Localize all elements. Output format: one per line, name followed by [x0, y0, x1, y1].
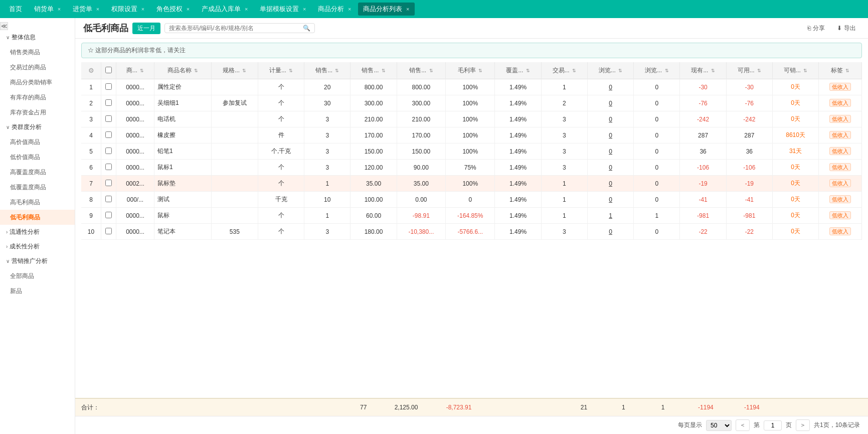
row-sales-profit: 170.00: [397, 127, 445, 143]
col-gross-rate[interactable]: 毛利率 ⇅: [446, 62, 495, 79]
row-coverage: 1.49%: [495, 192, 541, 208]
export-button[interactable]: ⬇ 导出: [833, 23, 860, 34]
nav-template-settings[interactable]: 单据模板设置 ×: [255, 3, 311, 16]
col-tag[interactable]: 标签 ⇅: [819, 62, 862, 79]
table-row: 9 0000... 鼠标 个 1 60.00 -98.91 -164.85% 1…: [81, 208, 862, 224]
close-sales-icon[interactable]: ×: [58, 6, 61, 12]
row-checkbox[interactable]: [101, 160, 116, 176]
col-checkbox[interactable]: [101, 62, 116, 79]
sidebar-group-marketing[interactable]: ∨ 营销推广分析: [0, 254, 75, 268]
sidebar-item-in-stock[interactable]: 有库存的商品: [0, 90, 75, 105]
search-input[interactable]: [169, 25, 301, 32]
close-permissions-icon[interactable]: ×: [141, 6, 144, 12]
col-view2[interactable]: 浏览... ⇅: [634, 62, 680, 79]
sidebar-item-sales-products[interactable]: 销售类商品: [0, 45, 75, 60]
sidebar-item-high-coverage[interactable]: 高覆盖度商品: [0, 165, 75, 180]
row-checkbox[interactable]: [101, 208, 116, 224]
sidebar-item-traded-products[interactable]: 交易过的商品: [0, 60, 75, 75]
row-view1[interactable]: 0: [587, 143, 633, 160]
col-coverage[interactable]: 覆盖... ⇅: [495, 62, 541, 79]
prev-page-button[interactable]: ＜: [736, 419, 750, 431]
col-sales-qty[interactable]: 销售... ⇅: [304, 62, 351, 79]
row-view1[interactable]: 0: [587, 192, 633, 208]
col-transaction[interactable]: 交易... ⇅: [541, 62, 587, 79]
close-product-analysis-icon[interactable]: ×: [348, 6, 351, 12]
row-view1[interactable]: 0: [587, 160, 633, 176]
col-available-stock[interactable]: 可用... ⇅: [726, 62, 772, 79]
sidebar-item-category-rate[interactable]: 商品分类助销率: [0, 75, 75, 90]
row-view1[interactable]: 1: [587, 208, 633, 224]
row-saleable-days: 0天: [772, 160, 818, 176]
sidebar-group-liquidity[interactable]: › 流通性分析: [0, 225, 75, 239]
row-view1[interactable]: 0: [587, 127, 633, 143]
row-view1[interactable]: 0: [587, 176, 633, 192]
row-checkbox[interactable]: [101, 143, 116, 160]
row-checkbox[interactable]: [101, 79, 116, 95]
sidebar-collapse-button[interactable]: ≪: [0, 22, 8, 30]
col-sales-profit[interactable]: 销售... ⇅: [397, 62, 445, 79]
nav-role-auth[interactable]: 角色授权 ×: [151, 3, 195, 16]
sidebar-item-low-value[interactable]: 低价值商品: [0, 150, 75, 165]
col-saleable-days[interactable]: 可销... ⇅: [772, 62, 818, 79]
row-name: 鼠标垫: [154, 176, 212, 192]
nav-sales[interactable]: 销货单 ×: [29, 3, 66, 16]
row-checkbox[interactable]: [101, 192, 116, 208]
row-unit: 千克: [258, 192, 304, 208]
nav-product-analysis[interactable]: 商品分析 ×: [313, 3, 356, 16]
row-view1[interactable]: 0: [587, 224, 633, 240]
close-product-analysis-list-icon[interactable]: ×: [406, 6, 409, 12]
close-template-icon[interactable]: ×: [303, 6, 306, 12]
row-view1[interactable]: 0: [587, 95, 633, 111]
page-number-input[interactable]: [764, 420, 782, 430]
sidebar-group-cluster[interactable]: ∨ 类群度分析: [0, 120, 75, 134]
row-sales-qty: 10: [304, 192, 351, 208]
row-saleable-days: 0天: [772, 192, 818, 208]
col-current-stock[interactable]: 现有... ⇅: [680, 62, 726, 79]
col-view1[interactable]: 浏览... ⇅: [587, 62, 633, 79]
sidebar-group-overall[interactable]: ∨ 整体信息: [0, 30, 75, 45]
col-code[interactable]: 商... ⇅: [116, 62, 154, 79]
row-view1[interactable]: 0: [587, 111, 633, 127]
row-checkbox[interactable]: [101, 127, 116, 143]
next-page-button[interactable]: ＞: [796, 419, 810, 431]
row-checkbox[interactable]: [101, 95, 116, 111]
row-code: 0000...: [116, 111, 154, 127]
search-icon[interactable]: 🔍: [303, 25, 310, 32]
close-purchase-icon[interactable]: ×: [96, 6, 99, 12]
row-view1[interactable]: 0: [587, 79, 633, 95]
select-all-checkbox[interactable]: [105, 67, 112, 73]
row-checkbox[interactable]: [101, 224, 116, 240]
col-name[interactable]: 商品名称 ⇅: [154, 62, 212, 79]
col-spec[interactable]: 规格... ⇅: [211, 62, 258, 79]
col-sales-amount[interactable]: 销售... ⇅: [351, 62, 397, 79]
share-button[interactable]: ⎗ 分享: [803, 23, 829, 34]
row-checkbox[interactable]: [101, 176, 116, 192]
notice-text: ☆ 这部分商品的利润非常低，请关注: [88, 46, 186, 55]
nav-product-analysis-list[interactable]: 商品分析列表 ×: [358, 3, 414, 16]
col-unit[interactable]: 计量... ⇅: [258, 62, 304, 79]
row-name: 鼠标: [154, 208, 212, 224]
nav-permissions[interactable]: 权限设置 ×: [106, 3, 149, 16]
close-product-storage-icon[interactable]: ×: [245, 6, 248, 12]
sidebar-item-capital-usage[interactable]: 库存资金占用: [0, 105, 75, 120]
sidebar-item-high-value[interactable]: 高价值商品: [0, 134, 75, 150]
nav-product-storage[interactable]: 产成品入库单 ×: [197, 3, 253, 16]
sidebar-item-new-products[interactable]: 新品: [0, 283, 75, 299]
date-filter-button[interactable]: 近一月: [132, 23, 160, 34]
sidebar-item-low-margin[interactable]: 低毛利商品: [0, 210, 75, 225]
close-role-auth-icon[interactable]: ×: [187, 6, 190, 12]
share-icon: ⎗: [807, 25, 811, 32]
sidebar-group-growth[interactable]: › 成长性分析: [0, 239, 75, 254]
row-checkbox[interactable]: [101, 111, 116, 127]
nav-home[interactable]: 首页: [4, 3, 27, 16]
sidebar-item-low-coverage[interactable]: 低覆盖度商品: [0, 180, 75, 195]
top-navigation: 首页 销货单 × 进货单 × 权限设置 × 角色授权 × 产成品入库单 × 单据…: [0, 0, 868, 18]
sidebar-item-high-margin[interactable]: 高毛利商品: [0, 195, 75, 210]
sidebar-item-all-products[interactable]: 全部商品: [0, 268, 75, 283]
page-size-select[interactable]: 50 100 200: [706, 420, 732, 431]
nav-purchase[interactable]: 进货单 ×: [68, 3, 104, 16]
page-size-label: 每页显示: [678, 421, 702, 429]
row-sales-profit: -98.91: [397, 208, 445, 224]
row-transaction: 1: [541, 192, 587, 208]
col-setting[interactable]: ⚙: [81, 62, 101, 79]
